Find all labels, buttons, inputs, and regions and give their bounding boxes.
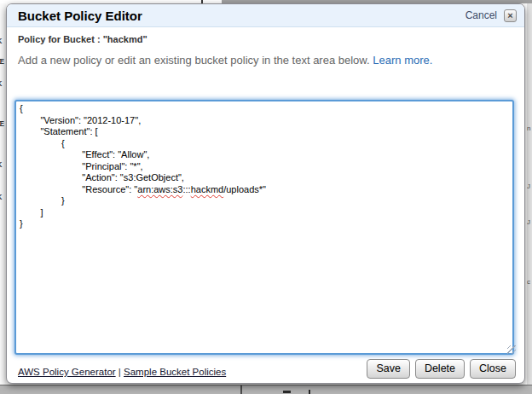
background-left-sliver: KŒKŒKK	[0, 3, 6, 385]
dialog-header: Bucket Policy Editor Cancel ×	[7, 4, 524, 27]
close-button[interactable]: Close	[470, 359, 516, 379]
background-column-divider-bottom	[240, 385, 242, 394]
policy-for-bucket-label: Policy for Bucket : "hackmd"	[18, 34, 513, 44]
footer-links: AWS Policy Generator | Sample Bucket Pol…	[18, 367, 226, 377]
background-text-fragment	[283, 391, 291, 393]
dialog-action-buttons: Save Delete Close	[367, 359, 516, 379]
learn-more-link[interactable]: Learn more.	[373, 54, 432, 67]
background-bottom-strip	[0, 385, 532, 394]
textarea-resize-grip-icon[interactable]	[507, 345, 516, 354]
background-text-fragment	[309, 390, 310, 394]
dialog-body: Policy for Bucket : "hackmd" Add a new p…	[7, 27, 524, 67]
bucket-policy-editor-dialog: Bucket Policy Editor Cancel × Policy for…	[6, 3, 525, 384]
close-icon: ×	[507, 10, 512, 20]
aws-policy-generator-link[interactable]: AWS Policy Generator	[18, 367, 116, 377]
policy-textarea[interactable]: { "Version": "2012-10-17", "Statement": …	[14, 100, 514, 355]
close-x-button[interactable]: ×	[504, 9, 517, 22]
delete-button[interactable]: Delete	[415, 359, 465, 379]
description-text: Add a new policy or edit an existing buc…	[18, 54, 513, 67]
description-sentence: Add a new policy or edit an existing buc…	[18, 54, 370, 67]
save-button[interactable]: Save	[367, 359, 410, 379]
cancel-link[interactable]: Cancel	[466, 9, 497, 21]
sample-bucket-policies-link[interactable]: Sample Bucket Policies	[124, 367, 226, 377]
dialog-title: Bucket Policy Editor	[18, 9, 466, 23]
background-right-sliver: nJJc	[527, 3, 532, 385]
